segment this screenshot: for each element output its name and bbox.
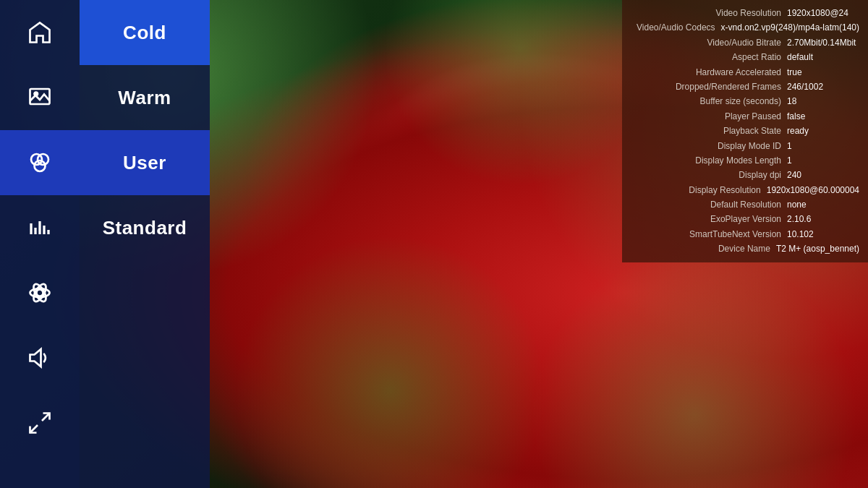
debug-value: true: [787, 65, 859, 80]
resize-icon: [27, 410, 53, 436]
debug-value: 1920x1080@24: [787, 6, 859, 20]
debug-label: Default Resolution: [710, 197, 781, 212]
sidebar-item-equalizer[interactable]: [0, 195, 80, 260]
debug-label: Display Resolution: [689, 183, 760, 197]
menu-item-user-label: User: [123, 152, 166, 174]
debug-label: Video Resolution: [715, 6, 781, 20]
debug-label: Device Name: [718, 241, 770, 256]
sidebar-item-resize[interactable]: [0, 390, 80, 455]
debug-value: 10.102: [787, 227, 859, 241]
debug-row: Video Resolution1920x1080@24: [631, 6, 859, 20]
debug-label: Dropped/Rendered Frames: [676, 80, 781, 94]
menu-panel: Cold Warm User Standard: [80, 0, 210, 488]
color-icon: [27, 150, 53, 176]
menu-item-warm-label: Warm: [118, 87, 171, 109]
volume-icon: [27, 345, 53, 371]
menu-item-standard-label: Standard: [103, 217, 187, 239]
debug-label: ExoPlayer Version: [710, 212, 781, 226]
debug-value: ready: [787, 124, 859, 138]
debug-row: Display Modes Length1: [631, 153, 859, 168]
debug-label: SmartTubeNext Version: [689, 227, 781, 241]
advanced-icon: [27, 280, 53, 306]
debug-row: Display dpi240: [631, 168, 859, 182]
debug-value: default: [787, 50, 859, 64]
debug-value: 1920x1080@60.000004: [767, 183, 859, 197]
svg-point-10: [37, 290, 43, 296]
debug-row: ExoPlayer Version2.10.6: [631, 212, 859, 226]
debug-label: Display Mode ID: [718, 139, 781, 153]
debug-label: Aspect Ratio: [732, 50, 781, 64]
debug-row: Device NameT2 M+ (aosp_bennet): [631, 241, 859, 256]
image-icon: [27, 85, 53, 111]
debug-label: Video/Audio Codecs: [637, 20, 715, 35]
debug-label: Display dpi: [739, 168, 781, 182]
menu-item-warm[interactable]: Warm: [80, 65, 210, 130]
debug-value: 1: [787, 139, 859, 153]
debug-row: Default Resolutionnone: [631, 197, 859, 212]
sidebar-item-volume[interactable]: [0, 325, 80, 390]
debug-value: 1: [787, 153, 859, 168]
menu-item-cold[interactable]: Cold: [80, 0, 210, 65]
debug-row: Display Mode ID1: [631, 139, 859, 153]
debug-row: Buffer size (seconds)18: [631, 94, 859, 108]
svg-point-4: [35, 160, 46, 171]
sidebar-item-color[interactable]: [0, 130, 80, 195]
svg-marker-14: [30, 349, 41, 367]
home-icon: [27, 20, 53, 46]
debug-row: Video/Audio Codecsx-vnd.on2.vp9(248)/mp4…: [631, 20, 859, 35]
svg-line-15: [42, 414, 50, 421]
svg-line-16: [30, 425, 38, 433]
menu-item-cold-label: Cold: [123, 22, 166, 44]
debug-row: Dropped/Rendered Frames246/1002: [631, 80, 859, 94]
debug-value: 246/1002: [787, 80, 859, 94]
svg-point-1: [35, 93, 38, 96]
equalizer-icon: [27, 215, 53, 241]
debug-value: 18: [787, 94, 859, 108]
debug-label: Hardware Accelerated: [696, 65, 781, 80]
debug-row: Playback Stateready: [631, 124, 859, 138]
debug-label: Playback State: [723, 124, 781, 138]
debug-label: Buffer size (seconds): [700, 94, 782, 108]
debug-value: none: [787, 197, 859, 212]
debug-value: x-vnd.on2.vp9(248)/mp4a-latm(140): [721, 20, 859, 35]
debug-row: Hardware Acceleratedtrue: [631, 65, 859, 80]
debug-label: Player Paused: [725, 109, 781, 124]
debug-overlay: Video Resolution1920x1080@24Video/Audio …: [622, 0, 868, 262]
debug-value: 2.10.6: [787, 212, 859, 226]
debug-row: Player Pausedfalse: [631, 109, 859, 124]
debug-row: Display Resolution1920x1080@60.000004: [631, 183, 859, 197]
debug-value: false: [787, 109, 859, 124]
debug-value: 2.70Mbit/0.14Mbit: [787, 35, 859, 50]
debug-row: SmartTubeNext Version10.102: [631, 227, 859, 241]
sidebar-item-home[interactable]: [0, 0, 80, 65]
sidebar-item-picture[interactable]: [0, 65, 80, 130]
debug-value: T2 M+ (aosp_bennet): [776, 241, 859, 256]
svg-point-3: [38, 154, 48, 165]
sidebar-item-advanced[interactable]: [0, 260, 80, 325]
sidebar: [0, 0, 80, 488]
menu-item-standard[interactable]: Standard: [80, 195, 210, 260]
debug-value: 240: [787, 168, 859, 182]
debug-label: Display Modes Length: [695, 153, 781, 168]
debug-row: Aspect Ratiodefault: [631, 50, 859, 64]
debug-label: Video/Audio Bitrate: [707, 35, 781, 50]
debug-row: Video/Audio Bitrate2.70Mbit/0.14Mbit: [631, 35, 859, 50]
menu-item-user[interactable]: User: [80, 130, 210, 195]
